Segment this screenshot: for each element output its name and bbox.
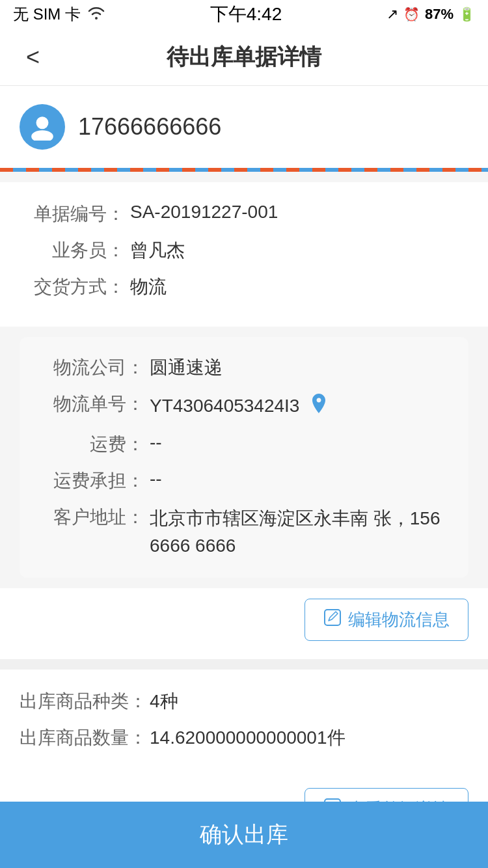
confirm-btn-container: 确认出库	[0, 802, 488, 868]
edit-logistics-button[interactable]: 编辑物流信息	[305, 599, 468, 641]
avatar	[20, 104, 65, 150]
confirm-outbound-button[interactable]: 确认出库	[200, 820, 288, 850]
goods-section: 出库商品种类： 4种 出库商品数量： 14.620000000000001件	[0, 670, 488, 778]
edit-icon	[323, 608, 342, 631]
delivery-value: 物流	[130, 275, 468, 299]
carrier-text: 无 SIM 卡	[13, 4, 81, 25]
freight-label: 运费：	[39, 432, 150, 457]
delivery-label: 交货方式：	[20, 275, 130, 299]
logistics-company-row: 物流公司： 圆通速递	[39, 355, 449, 380]
nav-bar: < 待出库单据详情	[0, 29, 488, 86]
page-title: 待出库单据详情	[167, 42, 321, 72]
delivery-row: 交货方式： 物流	[20, 275, 468, 299]
section-divider	[0, 659, 488, 670]
time-text: 下午4:42	[210, 2, 282, 27]
address-row: 客户地址： 北京市市辖区海淀区永丰南 张，156 6666 6666	[39, 505, 449, 560]
status-bar: 无 SIM 卡 下午4:42 ↗ ⏰ 87% 🔋	[0, 0, 488, 29]
svg-rect-2	[325, 610, 340, 625]
wifi-icon	[87, 5, 105, 23]
document-number-row: 单据编号： SA-20191227-001	[20, 202, 468, 226]
dashed-divider	[0, 168, 488, 172]
freight-bearer-row: 运费承担： --	[39, 468, 449, 493]
freight-value: --	[150, 432, 449, 453]
customer-phone: 17666666666	[78, 113, 221, 141]
goods-type-label: 出库商品种类：	[20, 689, 150, 714]
goods-type-row: 出库商品种类： 4种	[20, 689, 468, 714]
salesman-label: 业务员：	[20, 238, 130, 263]
logistics-card: 物流公司： 圆通速递 物流单号： YT43064053424I3 运费： -- …	[20, 337, 468, 578]
document-info-section: 单据编号： SA-20191227-001 业务员： 曾凡杰 交货方式： 物流	[0, 182, 488, 327]
goods-quantity-value: 14.620000000000001件	[150, 726, 346, 750]
svg-point-0	[36, 116, 49, 129]
freight-row: 运费： --	[39, 432, 449, 457]
salesman-row: 业务员： 曾凡杰	[20, 238, 468, 263]
logistics-tracking-row: 物流单号： YT43064053424I3	[39, 392, 449, 420]
freight-bearer-value: --	[150, 468, 449, 489]
location-status-icon: ↗	[386, 6, 398, 23]
logistics-company-value: 圆通速递	[150, 355, 449, 380]
logistics-tracking-label: 物流单号：	[39, 392, 150, 416]
document-number-value: SA-20191227-001	[130, 202, 468, 223]
battery-icon: 🔋	[459, 7, 475, 22]
edit-logistics-label: 编辑物流信息	[348, 608, 450, 631]
document-number-label: 单据编号：	[20, 202, 130, 226]
salesman-value: 曾凡杰	[130, 238, 468, 263]
back-button[interactable]: <	[20, 37, 46, 77]
goods-type-value: 4种	[150, 689, 178, 714]
customer-section: 17666666666	[0, 86, 488, 168]
address-label: 客户地址：	[39, 505, 150, 530]
goods-quantity-label: 出库商品数量：	[20, 726, 150, 750]
battery-text: 87%	[425, 6, 454, 23]
logistics-company-label: 物流公司：	[39, 355, 150, 380]
alarm-icon: ⏰	[403, 7, 420, 22]
logistics-tracking-value: YT43064053424I3	[150, 392, 449, 420]
address-value: 北京市市辖区海淀区永丰南 张，156 6666 6666	[150, 505, 449, 560]
goods-quantity-row: 出库商品数量： 14.620000000000001件	[20, 726, 468, 750]
svg-point-1	[31, 130, 53, 141]
edit-btn-container: 编辑物流信息	[0, 588, 488, 659]
freight-bearer-label: 运费承担：	[39, 468, 150, 493]
tracking-location-icon[interactable]	[307, 392, 331, 420]
